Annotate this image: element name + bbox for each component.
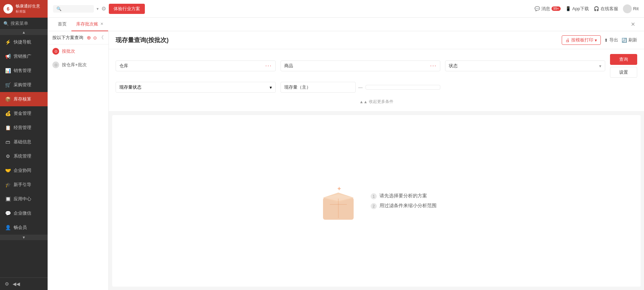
sidebar-item-label: 快捷导航 — [14, 39, 31, 45]
topbar-search-box[interactable]: 🔍 — [53, 5, 94, 13]
filter-area: 仓库 ··· 商品 ··· 状态 — [109, 49, 644, 112]
right-panel: 现存量查询(按批次) 🖨 按模板打印 ▾ ⬆ 导出 🔄 刷新 — [109, 31, 644, 290]
scroll-up-arrow[interactable]: ▲ — [0, 30, 48, 35]
tabbar: 首页 库存批次账 ✕ ✕ — [48, 18, 644, 31]
sidebar-item-member[interactable]: 👤 畅会员 — [0, 220, 48, 235]
empty-step-1-label: 请先选择要分析的方案 — [379, 193, 427, 199]
sidebar-item-system[interactable]: ⚙ 系统管理 — [0, 149, 48, 163]
step-2-num: 2 — [371, 203, 377, 209]
plan-icon-inactive: ⊙ — [52, 61, 59, 68]
page-header-actions: 🖨 按模板打印 ▾ ⬆ 导出 🔄 刷新 — [562, 35, 637, 45]
warehouse-input[interactable]: 仓库 ··· — [116, 60, 276, 71]
inventory-amount-to[interactable] — [366, 85, 441, 90]
sidebar-item-enterprise[interactable]: 🤝 企业协同 — [0, 163, 48, 178]
print-icon: 🖨 — [565, 38, 570, 43]
export-btn-label: 导出 — [609, 37, 618, 43]
notif-badge: 99+ — [552, 6, 561, 11]
tab-close-icon[interactable]: ✕ — [100, 22, 103, 26]
app-logo: 6 — [3, 4, 13, 14]
add-plan-icon[interactable]: ⊕ — [87, 35, 91, 41]
sidebar-item-label: 采购管理 — [14, 82, 31, 88]
filter-row-2: 现存量状态 ▾ 现存量（主） — — [116, 82, 637, 93]
sidebar-item-guide[interactable]: 🎓 新手引导 — [0, 178, 48, 192]
operation-icon: 📋 — [5, 125, 11, 131]
sidebar-item-label: 新手引导 — [14, 182, 31, 188]
plan-item-warehouse-batch[interactable]: ⊙ 按仓库+批次 — [48, 58, 108, 72]
tab-panel-close-button[interactable]: ✕ — [627, 21, 639, 28]
app-download-item[interactable]: 📱 App下载 — [565, 6, 589, 12]
tab-home[interactable]: 首页 — [53, 18, 71, 31]
inventory-status-select[interactable]: 现存量状态 ▾ — [116, 82, 276, 93]
app-name: 畅康通好生意 — [16, 4, 40, 9]
notification-item[interactable]: 💬 消息 99+ — [535, 6, 561, 12]
sidebar-item-marketing[interactable]: 📢 营销推广 — [0, 49, 48, 64]
settings-button[interactable]: 设置 — [610, 67, 637, 78]
query-button[interactable]: 查询 — [610, 54, 637, 65]
tab-home-label: 首页 — [58, 21, 67, 27]
search-menu-item[interactable]: 🔍 搜索菜单 — [0, 18, 48, 30]
purchase-icon: 🛒 — [5, 82, 11, 88]
inventory-icon: 📦 — [5, 96, 11, 102]
export-button[interactable]: ⬆ 导出 — [604, 37, 618, 43]
tab-inventory-batch[interactable]: 库存批次账 ✕ — [71, 18, 108, 31]
topbar-right: 💬 消息 99+ 📱 App下载 🎧 在线客服 Rit — [535, 4, 639, 13]
print-button[interactable]: 🖨 按模板打印 ▾ — [562, 35, 601, 45]
sidebar-item-quicknav[interactable]: ⚡ 快捷导航 — [0, 35, 48, 49]
topbar-chevron-icon[interactable]: ▾ — [97, 6, 99, 11]
filter-action-buttons: 查询 设置 — [610, 54, 637, 78]
footer-collapse-icon[interactable]: ◀◀ — [13, 281, 20, 287]
collapse-panel-icon[interactable]: 《 — [99, 35, 104, 41]
inventory-amount-from[interactable]: 现存量（主） — [281, 82, 356, 93]
sidebar-item-finance[interactable]: 💰 资金管理 — [0, 106, 48, 121]
system-icon: ⚙ — [5, 153, 11, 159]
sidebar-item-label: 应用中心 — [14, 196, 31, 202]
wechat-icon: 💬 — [5, 210, 11, 216]
collapse-filter-button[interactable]: ▲▲ 收起更多条件 — [116, 97, 637, 107]
trial-button[interactable]: 体验行业方案 — [109, 4, 145, 14]
app-version: 标准版 — [16, 9, 40, 14]
content-area: 按以下方案查询 ⊕ ⊙ 《 ⊙ 按批次 ⊙ 按仓库+批次 现存量查询(按批次) — [48, 31, 644, 290]
warehouse-field: 仓库 ··· — [116, 60, 276, 71]
edit-plan-icon[interactable]: ⊙ — [93, 35, 97, 40]
status-label: 状态 — [449, 63, 458, 69]
goods-field: 商品 ··· — [281, 60, 441, 71]
sidebar-item-sales[interactable]: 📊 销售管理 — [0, 64, 48, 78]
sidebar-item-inventory[interactable]: 📦 库存核算 — [0, 92, 48, 106]
export-icon: ⬆ — [604, 38, 608, 43]
goods-label: 商品 — [284, 63, 293, 69]
basic-icon: 🗃 — [5, 139, 11, 145]
plan-item-batch[interactable]: ⊙ 按批次 — [48, 44, 108, 58]
service-label: 在线客服 — [600, 6, 618, 12]
goods-input[interactable]: 商品 ··· — [281, 60, 441, 71]
empty-state-illustration: ✦ — [316, 179, 360, 223]
app-title-wrap: 畅康通好生意 标准版 — [16, 4, 40, 14]
status-select[interactable]: 状态 ▾ — [445, 60, 605, 71]
refresh-button[interactable]: 🔄 刷新 — [622, 37, 637, 43]
refresh-icon: 🔄 — [622, 38, 627, 43]
left-panel-title: 按以下方案查询 — [52, 35, 83, 41]
sidebar-item-apps[interactable]: 🔲 应用中心 — [0, 192, 48, 206]
sidebar-item-basic[interactable]: 🗃 基础信息 — [0, 135, 48, 149]
footer-gear-icon[interactable]: ⚙ — [5, 281, 9, 287]
topbar-gear-icon[interactable]: ⚙ — [101, 5, 106, 12]
service-item[interactable]: 🎧 在线客服 — [594, 6, 618, 12]
sidebar-item-wechat[interactable]: 💬 企业微信 — [0, 206, 48, 220]
user-profile[interactable]: Rit — [623, 4, 639, 13]
inventory-status-field: 现存量状态 ▾ — [116, 82, 276, 93]
plan-item-warehouse-batch-label: 按仓库+批次 — [62, 62, 87, 68]
sidebar-item-purchase[interactable]: 🛒 采购管理 — [0, 78, 48, 92]
topbar-left: 🔍 ▾ ⚙ 体验行业方案 — [53, 4, 531, 14]
sales-icon: 📊 — [5, 68, 11, 74]
scroll-down-arrow[interactable]: ▼ — [0, 235, 48, 240]
sidebar-item-label: 基础信息 — [14, 139, 31, 145]
guide-icon: 🎓 — [5, 182, 11, 188]
headset-icon: 🎧 — [594, 6, 599, 11]
left-panel-actions: ⊕ ⊙ 《 — [87, 35, 104, 41]
marketing-icon: 📢 — [5, 53, 11, 59]
inv-status-chevron-icon: ▾ — [270, 85, 272, 90]
warehouse-label: 仓库 — [119, 63, 128, 69]
empty-step-2: 2 用过滤条件来缩小分析范围 — [371, 203, 437, 209]
sidebar-item-operation[interactable]: 📋 经营管理 — [0, 121, 48, 135]
step-1-num: 1 — [371, 193, 377, 199]
empty-state-text: 1 请先选择要分析的方案 2 用过滤条件来缩小分析范围 — [371, 193, 437, 209]
